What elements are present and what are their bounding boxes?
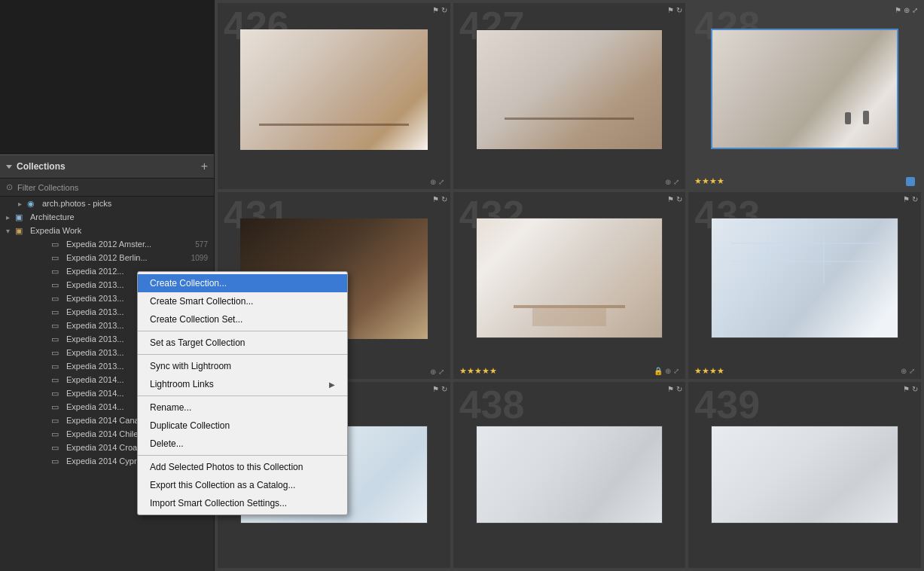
collection-icon: ▭ xyxy=(51,402,63,411)
menu-item-rename[interactable]: Rename... xyxy=(138,398,347,417)
flag-icon[interactable]: ⚑ xyxy=(667,6,674,14)
expand-icon[interactable]: ⤢ xyxy=(438,368,444,376)
selected-badge xyxy=(906,177,915,186)
flag-icon[interactable]: ⚑ xyxy=(667,385,674,393)
zoom-icon[interactable]: ⊕ xyxy=(904,6,910,14)
tree-arrow-icon: ▾ xyxy=(6,227,15,235)
menu-item-duplicate-collection[interactable]: Duplicate Collection xyxy=(138,417,347,435)
menu-item-lightroom-links[interactable]: Lightroom Links ▶ xyxy=(138,375,347,393)
photo-container xyxy=(453,192,686,364)
menu-separator xyxy=(138,455,347,456)
menu-item-label: Sync with Lightroom xyxy=(150,361,231,371)
photo-cell-426[interactable]: 426 ⚑ ↻ ⊕ ⤢ xyxy=(218,3,450,189)
lock-icon[interactable]: 🔒 xyxy=(654,367,663,375)
menu-item-add-selected-photos[interactable]: Add Selected Photos to this Collection xyxy=(138,458,347,476)
collection-icon: ▭ xyxy=(51,375,63,384)
collection-icon: ▭ xyxy=(51,267,63,276)
tree-arrow-icon: ▸ xyxy=(18,200,27,208)
flag-icon[interactable]: ⚑ xyxy=(903,195,910,203)
tree-item-expedia-2012-amster[interactable]: ▭ Expedia 2012 Amster... 577 xyxy=(0,237,214,251)
menu-item-label: Delete... xyxy=(150,438,184,449)
context-menu: Create Collection... Create Smart Collec… xyxy=(137,271,348,515)
menu-item-sync-lightroom[interactable]: Sync with Lightroom xyxy=(138,357,347,375)
menu-separator xyxy=(138,395,347,396)
photo-container xyxy=(688,192,921,364)
zoom-icon[interactable]: ⊕ xyxy=(901,367,907,375)
photo-cell-428[interactable]: 428 ⚑ ⊕ ⤢ ★★★★ xyxy=(688,3,921,189)
photo-stars: ★★★★★ xyxy=(459,366,497,376)
zoom-icon[interactable]: ⊕ xyxy=(430,368,436,376)
photo-image xyxy=(711,218,898,338)
tree-label: Expedia 2012 Amster... xyxy=(66,240,192,249)
filter-collections-label: Filter Collections xyxy=(17,183,78,192)
flag-icon[interactable]: ⚑ xyxy=(432,195,439,203)
expand-icon[interactable]: ⤢ xyxy=(909,367,915,375)
tree-count: 1099 xyxy=(191,254,208,262)
zoom-icon[interactable]: ⊕ xyxy=(665,178,671,186)
menu-item-export-catalog[interactable]: Export this Collection as a Catalog... xyxy=(138,476,347,494)
menu-item-label: Lightroom Links xyxy=(150,379,214,389)
photo-cell-432[interactable]: 432 ⚑ ↻ ★★★★★ 🔒 ⊕ ⤢ xyxy=(453,192,686,378)
rotate-icon[interactable]: ↻ xyxy=(676,6,682,14)
collection-icon: ▭ xyxy=(51,321,63,330)
zoom-icon[interactable]: ⊕ xyxy=(430,178,436,186)
zoom-icon[interactable]: ⊕ xyxy=(665,367,671,375)
tree-item-expedia-2012-berlin[interactable]: ▭ Expedia 2012 Berlin... 1099 xyxy=(0,251,214,264)
photo-image xyxy=(711,426,898,524)
expand-icon[interactable]: ⤢ xyxy=(673,178,679,186)
menu-item-label: Add Selected Photos to this Collection xyxy=(150,462,303,472)
menu-item-delete[interactable]: Delete... xyxy=(138,435,347,453)
flag-icon[interactable]: ⚑ xyxy=(432,6,439,14)
rotate-icon[interactable]: ↻ xyxy=(912,195,918,203)
tree-item-arch-photos-picks[interactable]: ▸ ◉ arch.photos - picks xyxy=(0,197,214,210)
menu-item-label: Create Collection Set... xyxy=(150,314,242,325)
rotate-icon[interactable]: ↻ xyxy=(676,385,682,393)
submenu-arrow-icon: ▶ xyxy=(329,380,335,389)
collection-icon: ▭ xyxy=(51,348,63,357)
expand-icon[interactable]: ⤢ xyxy=(912,6,918,14)
top-section xyxy=(0,0,214,154)
menu-item-label: Set as Target Collection xyxy=(150,337,245,348)
collection-icon: ▭ xyxy=(51,456,63,466)
collections-title: Collections xyxy=(17,161,66,172)
flag-icon[interactable]: ⚑ xyxy=(903,385,910,393)
rotate-icon[interactable]: ↻ xyxy=(912,385,918,393)
rotate-icon[interactable]: ↻ xyxy=(676,195,682,203)
menu-item-create-collection-set[interactable]: Create Collection Set... xyxy=(138,310,347,328)
menu-separator xyxy=(138,354,347,355)
rotate-icon[interactable]: ↻ xyxy=(441,6,447,14)
photo-stars: ★★★★ xyxy=(694,176,724,186)
collection-icon: ▭ xyxy=(51,307,63,316)
add-collection-button[interactable]: + xyxy=(201,160,208,173)
photo-cell-427[interactable]: 427 ⚑ ↻ ⊕ ⤢ xyxy=(453,3,686,189)
filter-icon: ⊙ xyxy=(6,182,13,192)
flag-icon[interactable]: ⚑ xyxy=(895,6,901,14)
rotate-icon[interactable]: ↻ xyxy=(441,385,447,393)
collections-chevron-icon xyxy=(6,165,12,169)
menu-item-set-target[interactable]: Set as Target Collection xyxy=(138,334,347,352)
menu-item-label: Duplicate Collection xyxy=(150,420,230,431)
photo-container xyxy=(218,3,450,176)
collection-icon: ▭ xyxy=(51,280,63,289)
rotate-icon[interactable]: ↻ xyxy=(441,195,447,203)
collections-header[interactable]: Collections + xyxy=(0,154,214,179)
menu-item-create-smart-collection[interactable]: Create Smart Collection... xyxy=(138,292,347,310)
photo-image xyxy=(476,218,663,338)
photo-cell-439[interactable]: 439 ⚑ ↻ xyxy=(688,382,921,568)
menu-item-create-collection[interactable]: Create Collection... xyxy=(138,274,347,292)
tree-arrow-icon: ▸ xyxy=(6,213,15,221)
collection-icon: ▭ xyxy=(51,443,63,452)
photo-cell-433[interactable]: 433 ⚑ ↻ ★★★★ ⊕ ⤢ xyxy=(688,192,921,378)
menu-item-label: Create Smart Collection... xyxy=(150,296,253,307)
photo-stars: ★★★★ xyxy=(694,366,724,376)
flag-icon[interactable]: ⚑ xyxy=(432,385,439,393)
photo-cell-438[interactable]: 438 ⚑ ↻ xyxy=(453,382,686,568)
menu-item-import-smart[interactable]: Import Smart Collection Settings... xyxy=(138,494,347,512)
collection-icon: ▭ xyxy=(51,253,63,262)
flag-icon[interactable]: ⚑ xyxy=(667,195,674,203)
expand-icon[interactable]: ⤢ xyxy=(673,367,679,375)
tree-item-architecture[interactable]: ▸ ▣ Architecture xyxy=(0,210,214,224)
tree-item-expedia-work[interactable]: ▾ ▣ Expedia Work xyxy=(0,224,214,237)
menu-item-label: Create Collection... xyxy=(150,278,227,289)
expand-icon[interactable]: ⤢ xyxy=(438,178,444,186)
